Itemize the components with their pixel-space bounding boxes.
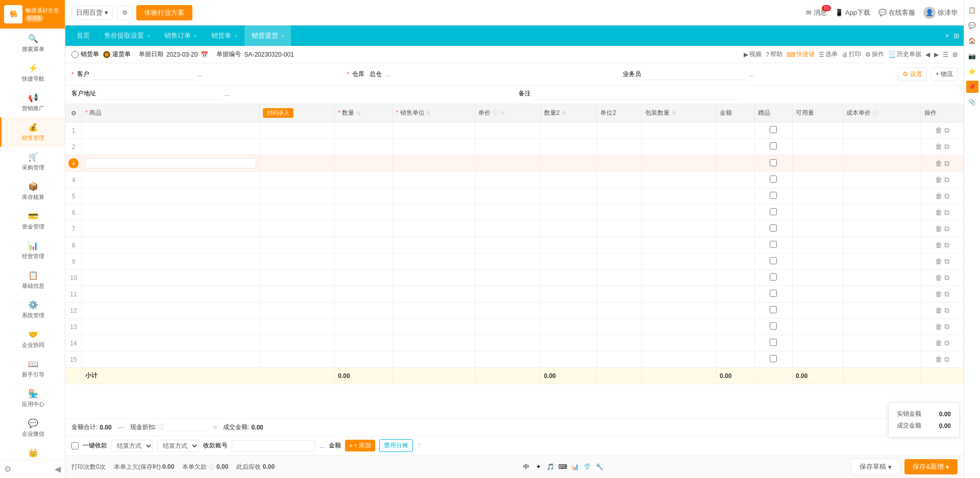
- price-cell[interactable]: [475, 319, 541, 335]
- copy-row-btn[interactable]: ⧉: [944, 241, 949, 249]
- amount-cell[interactable]: [717, 122, 754, 139]
- topbar-gear-btn[interactable]: ⚙: [117, 5, 132, 20]
- amount-cell[interactable]: [717, 237, 754, 254]
- pack-cell[interactable]: [642, 254, 717, 270]
- pack-cell[interactable]: [642, 351, 717, 368]
- discount-value[interactable]: [166, 423, 207, 431]
- unit2-cell[interactable]: [597, 205, 642, 221]
- unit2-cell[interactable]: [597, 335, 642, 351]
- pack-cell[interactable]: [642, 205, 717, 221]
- unit2-cell[interactable]: [597, 303, 642, 319]
- col-gear[interactable]: ⚙: [65, 104, 82, 122]
- copy-row-btn[interactable]: ⧉: [944, 224, 949, 233]
- collapse-icon[interactable]: ◀: [55, 464, 61, 474]
- col-scan[interactable]: 扫码录入: [260, 104, 335, 122]
- gift-cell[interactable]: [754, 205, 792, 221]
- s-icon-2[interactable]: ✦: [533, 462, 544, 472]
- amount-cell[interactable]: [717, 270, 754, 286]
- unit2-cell[interactable]: [597, 286, 642, 303]
- delete-row-btn[interactable]: 🗑: [935, 306, 942, 315]
- sidebar-item-search[interactable]: 🔍 搜索菜单: [0, 29, 65, 58]
- unit-cell[interactable]: [393, 319, 475, 335]
- qty-sort[interactable]: ⇅: [356, 110, 360, 116]
- qty2-cell[interactable]: [541, 237, 597, 254]
- sidebar-item-purchase[interactable]: 🛒 采购管理: [0, 147, 65, 177]
- goods-cell[interactable]: [82, 270, 260, 286]
- qty2-cell[interactable]: [541, 335, 597, 351]
- unit-cell[interactable]: [393, 237, 475, 254]
- gift-checkbox[interactable]: [770, 339, 777, 346]
- unit-cell[interactable]: [393, 270, 475, 286]
- address-ellipsis[interactable]: ...: [225, 90, 230, 97]
- gift-checkbox[interactable]: [770, 241, 777, 248]
- tab-sales-order[interactable]: 销售订单 ×: [157, 26, 204, 46]
- gift-cell[interactable]: [754, 319, 792, 335]
- amount-cell[interactable]: [717, 139, 754, 155]
- radio-sales[interactable]: 销货单: [71, 50, 99, 59]
- price-info-icon[interactable]: ⓘ: [493, 109, 499, 116]
- calendar-icon[interactable]: 📅: [201, 51, 208, 58]
- delete-row-btn[interactable]: 🗑: [935, 257, 942, 266]
- price-cell[interactable]: [475, 254, 541, 270]
- message-btn[interactable]: ✉ 消息 70: [806, 8, 827, 17]
- qty2-sort[interactable]: ⇅: [561, 110, 566, 116]
- sidebar-item-master[interactable]: 📋 基础信息: [0, 265, 65, 295]
- qty2-cell[interactable]: [541, 221, 597, 237]
- pack-cell[interactable]: [642, 122, 717, 139]
- unit-cell[interactable]: [393, 335, 475, 351]
- tab-home[interactable]: 首页: [69, 26, 97, 46]
- amount-cell[interactable]: [717, 188, 754, 205]
- right-btn-2[interactable]: 💬: [966, 19, 978, 32]
- unit2-cell[interactable]: [597, 188, 642, 205]
- unit2-cell[interactable]: [597, 351, 642, 368]
- amount-cell[interactable]: [717, 155, 754, 172]
- price-cell[interactable]: [475, 205, 541, 221]
- gift-checkbox[interactable]: [770, 322, 777, 330]
- gift-cell[interactable]: [754, 122, 792, 139]
- account-input[interactable]: [232, 440, 315, 451]
- save-draft-btn[interactable]: 保存草稿 ▾: [851, 459, 900, 475]
- unit-cell[interactable]: [393, 155, 475, 172]
- copy-row-btn[interactable]: ⧉: [944, 290, 949, 298]
- amount-cell[interactable]: [717, 172, 754, 188]
- gift-cell[interactable]: [754, 270, 792, 286]
- unit-cell[interactable]: [393, 122, 475, 139]
- qty-cell[interactable]: [335, 205, 393, 221]
- amount-cell[interactable]: [717, 303, 754, 319]
- gift-cell[interactable]: [754, 139, 792, 155]
- sidebar-item-system[interactable]: ⚙️ 系统管理: [0, 295, 65, 324]
- delete-row-btn[interactable]: 🗑: [935, 241, 942, 249]
- right-btn-1[interactable]: 📋: [966, 4, 978, 16]
- s-icon-4[interactable]: ⌨: [558, 462, 568, 472]
- unit2-cell[interactable]: [597, 254, 642, 270]
- copy-row-btn[interactable]: ⧉: [944, 257, 949, 266]
- tab-sales-order-close[interactable]: ×: [194, 33, 197, 39]
- qty2-cell[interactable]: [541, 155, 597, 172]
- sidebar-item-inventory[interactable]: 📦 库存核算: [0, 177, 65, 206]
- amount-cell[interactable]: [717, 254, 754, 270]
- sidebar-item-operations[interactable]: 📊 经营管理: [0, 236, 65, 265]
- user-menu[interactable]: 👤 徐泽华: [923, 7, 958, 19]
- settlement-select[interactable]: 结算方式: [111, 440, 153, 452]
- gift-cell[interactable]: [754, 221, 792, 237]
- unit2-cell[interactable]: [597, 237, 642, 254]
- gift-cell[interactable]: [754, 172, 792, 188]
- copy-row-btn[interactable]: ⧉: [944, 306, 949, 315]
- view-grid-btn[interactable]: ⊞: [952, 51, 958, 58]
- amount-cell[interactable]: [717, 351, 754, 368]
- gift-checkbox[interactable]: [770, 208, 777, 215]
- pack-cell[interactable]: [642, 286, 717, 303]
- delete-row-btn[interactable]: 🗑: [935, 208, 942, 217]
- qty-cell[interactable]: [335, 139, 393, 155]
- pack-cell[interactable]: [642, 139, 717, 155]
- view-list-btn[interactable]: ☰: [943, 51, 948, 58]
- qty2-cell[interactable]: [541, 205, 597, 221]
- calc-select[interactable]: 结算方式: [157, 440, 199, 452]
- qty-cell[interactable]: [335, 351, 393, 368]
- unit2-cell[interactable]: [597, 270, 642, 286]
- goods-cell[interactable]: [82, 335, 260, 351]
- qty2-cell[interactable]: [541, 254, 597, 270]
- discount-info-icon[interactable]: ⓘ: [158, 423, 164, 432]
- sidebar-item-guide[interactable]: 📖 新手引导: [0, 354, 65, 384]
- gift-cell[interactable]: [754, 335, 792, 351]
